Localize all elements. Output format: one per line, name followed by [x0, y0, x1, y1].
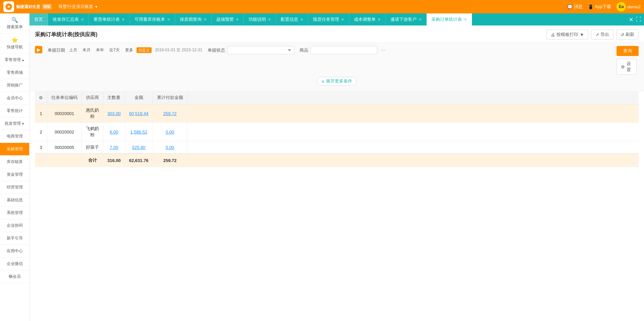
filter-toggle-button[interactable]: ▶ [35, 46, 42, 53]
sidebar-item-basic[interactable]: 基础信息 [0, 194, 29, 207]
cell-amount-2: 1,586.52 [125, 123, 153, 141]
export-button[interactable]: ↗ 导出 [591, 30, 613, 40]
refresh-icon: ↺ [621, 32, 624, 37]
cell-paid-1: 259.72 [153, 104, 187, 123]
sidebar-item-quick-nav[interactable]: ⭐ 快捷导航 [0, 34, 29, 54]
tab-available-close-icon[interactable]: ✕ [167, 17, 170, 22]
sidebar-item-marketing[interactable]: 营销推广 [0, 79, 29, 92]
tab-overstock-warning[interactable]: 超储预警 ✕ [212, 13, 244, 25]
tab-function-close-icon[interactable]: ✕ [268, 17, 271, 22]
tab-available-inventory[interactable]: 可用量库存账本 ✕ [130, 13, 175, 25]
sidebar-item-enterprise[interactable]: 企业协同 [0, 219, 29, 232]
sidebar-item-retail-shop[interactable]: 零售商城 [0, 66, 29, 79]
tab-overstock-label: 超储预警 [216, 16, 234, 22]
sidebar-label-retail: 零售管理 [5, 57, 21, 63]
goods-filter-more-icon[interactable]: ··· [379, 47, 386, 53]
shortcut-this-month[interactable]: 本月 [80, 47, 93, 54]
tab-requisition-close-icon[interactable]: ✕ [122, 17, 125, 22]
cell-supplier-2: 飞鹤奶粉 [82, 123, 103, 141]
sidebar-item-retail[interactable]: 零售管理 ▲ [0, 54, 29, 66]
total-extra [187, 154, 639, 167]
settings-icon: ⚙ [621, 64, 625, 69]
tab-config-close-icon[interactable]: ✕ [300, 17, 303, 22]
sidebar-item-member2[interactable]: 畅会员 [0, 270, 29, 283]
search-button[interactable]: 查询 [616, 46, 639, 56]
tab-receive-summary-close-icon[interactable]: ✕ [81, 17, 84, 22]
tab-purchase-order-stats[interactable]: 采购订单统计表 ✕ [427, 13, 472, 25]
tab-cost-close-icon[interactable]: ✕ [378, 17, 381, 22]
expand-more-row: ∨ 展开更多条件 [35, 75, 639, 88]
sidebar-label-basic: 基础信息 [7, 197, 23, 203]
message-btn[interactable]: 💬 消息 [567, 4, 583, 10]
tab-config-info[interactable]: 配置信息 ✕ [276, 13, 308, 25]
sidebar-item-member[interactable]: 会员中心 [0, 92, 29, 105]
tab-function-desc[interactable]: 功能说明 ✕ [244, 13, 276, 25]
app-name: 畅捷通好生意 [16, 4, 40, 10]
tab-receive-summary[interactable]: 收发存汇总表 ✕ [48, 13, 89, 25]
star-icon: ⭐ [11, 37, 18, 43]
sidebar-item-finance[interactable]: 资金管理 [0, 168, 29, 181]
workspace-selector[interactable]: 母婴行业演示账套 ▼ [58, 4, 98, 10]
col-supplier: 供应商 [82, 91, 103, 104]
tab-pick-task[interactable]: 拣货任务管理 ✕ [308, 13, 349, 25]
sidebar-item-app-center[interactable]: 应用中心 [0, 245, 29, 258]
top-bar: 畅捷通好生意 标版 母婴行业演示账套 ▼ 💬 消息 📱 App下载 Ea dem… [0, 0, 644, 13]
workspace-chevron-icon: ▼ [95, 5, 98, 9]
settings-button[interactable]: ⚙ 设置 [616, 59, 637, 75]
sidebar-item-retail-stats[interactable]: 零售统计 [0, 105, 29, 117]
tab-function-desc-label: 功能说明 [249, 16, 266, 22]
tab-cost-adjust[interactable]: 成本调整单 ✕ [349, 13, 386, 25]
page-header: 采购订单统计表(按供应商) 🖨 按模板打印 ▼ ↗ 导出 ↺ [30, 25, 644, 43]
sidebar-label-system: 系统管理 [7, 210, 23, 216]
sidebar-item-guide[interactable]: 新手引导 [0, 232, 29, 245]
tab-invite-label: 邀请下游客户 [390, 16, 417, 22]
shortcut-last-month[interactable]: 上月 [67, 47, 79, 54]
tab-home[interactable]: 首页 [30, 13, 48, 25]
tab-overstock-close-icon[interactable]: ✕ [236, 17, 239, 22]
shortcut-more[interactable]: 更多 [123, 47, 135, 54]
tab-invite-downstream[interactable]: 邀请下游客户 ✕ [386, 13, 427, 25]
sidebar-item-operations[interactable]: 经营管理 [0, 181, 29, 194]
avatar: Ea [616, 2, 626, 11]
table-area: ⚙ 往来单位编码 供应商 主数量 金额 累计付款金额 1 [30, 91, 644, 321]
cell-extra-1 [187, 104, 639, 123]
status-filter-select[interactable] [227, 46, 294, 54]
tab-invite-close-icon[interactable]: ✕ [419, 17, 422, 22]
tab-requisition-stats[interactable]: 要货单统计表 ✕ [89, 13, 130, 25]
page-actions: 🖨 按模板打印 ▼ ↗ 导出 ↺ 刷新 [546, 30, 639, 40]
shortcut-7days[interactable]: 近7天 [107, 47, 122, 54]
refresh-button[interactable]: ↺ 刷新 [616, 30, 639, 40]
table-header: ⚙ 往来单位编码 供应商 主数量 金额 累计付款金额 [35, 91, 639, 104]
app-download-label: App下载 [595, 4, 611, 10]
user-area[interactable]: Ea demo2 [616, 2, 641, 11]
sidebar-item-inventory[interactable]: 库存核算 [0, 156, 29, 168]
custom-date-badge[interactable]: 自定义 [137, 47, 152, 53]
sidebar-item-wholesale[interactable]: 批发管理 ▼ [0, 117, 29, 130]
export-icon: ↗ [595, 32, 599, 37]
tab-purchase-stats-close-icon[interactable]: ✕ [464, 17, 467, 22]
expand-more-button[interactable]: ∨ 展开更多条件 [317, 77, 357, 86]
app-download-btn[interactable]: 📱 App下载 [588, 4, 611, 10]
sidebar-item-enterprise-wechat[interactable]: 企业微信 [0, 258, 29, 270]
tab-warranty-close-icon[interactable]: ✕ [204, 17, 207, 22]
tab-close-all-icon[interactable]: ✕ [629, 16, 633, 23]
sidebar-item-search[interactable]: 🔍 搜索菜单 [0, 13, 29, 34]
workspace-name: 母婴行业演示账套 [58, 4, 93, 10]
sidebar-item-system[interactable]: 系统管理 [0, 207, 29, 219]
sidebar-item-ecommerce[interactable]: 电商管理 [0, 130, 29, 143]
main-area: 🔍 搜索菜单 ⭐ 快捷导航 零售管理 ▲ 零售商城 营销推广 会员中心 [0, 13, 644, 321]
cell-paid-2: 0.00 [153, 123, 187, 141]
shortcut-this-year[interactable]: 本年 [94, 47, 106, 54]
sidebar-item-purchase[interactable]: 采购管理 [0, 143, 29, 156]
tab-warranty-query[interactable]: 保质期查询 ✕ [175, 13, 212, 25]
tab-pick-close-icon[interactable]: ✕ [341, 17, 344, 22]
template-print-button[interactable]: 🖨 按模板打印 ▼ [546, 30, 588, 40]
sidebar-label-enterprise: 企业协同 [7, 223, 23, 228]
tab-fullscreen-icon[interactable]: ⛶ [636, 16, 641, 22]
sidebar-label-app-center: 应用中心 [7, 248, 23, 254]
date-filter-label: 单据日期 [48, 47, 65, 53]
goods-filter-input[interactable] [310, 46, 377, 54]
filter-goods-item: 商品 ··· [300, 46, 386, 54]
total-paid: 259.72 [153, 154, 187, 167]
download-icon: 📱 [588, 4, 593, 9]
